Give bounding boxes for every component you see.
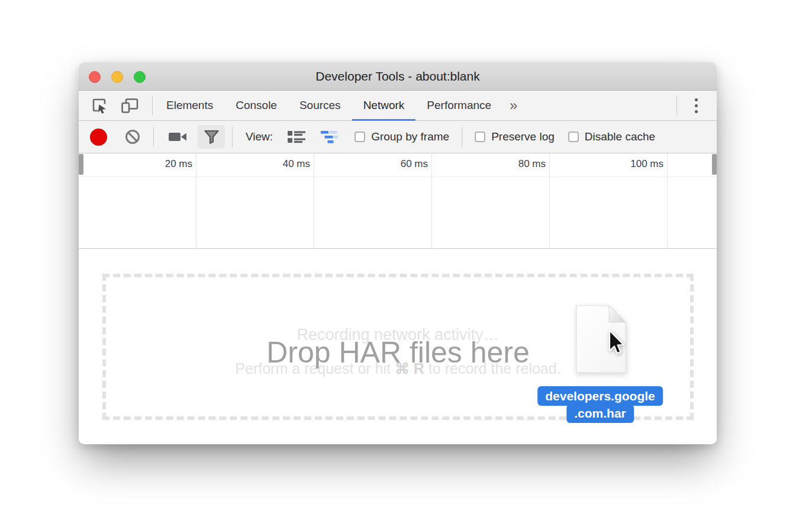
filter-funnel-icon: [204, 130, 220, 145]
disable-cache-label: Disable cache: [585, 130, 655, 143]
preserve-log-checkbox[interactable]: [475, 132, 485, 142]
inspect-element-icon[interactable]: [92, 98, 108, 114]
tab-console[interactable]: Console: [224, 91, 288, 120]
minimize-window-button[interactable]: [111, 71, 123, 83]
filter-button[interactable]: [198, 125, 225, 149]
timeline-tick-40ms: 40 ms: [263, 158, 310, 170]
tab-performance[interactable]: Performance: [415, 91, 502, 120]
tab-elements[interactable]: Elements: [155, 91, 224, 120]
devtools-tab-bar: Elements Console Sources Network Perform…: [79, 91, 717, 121]
disable-cache-option: Disable cache: [568, 130, 655, 143]
record-icon[interactable]: [90, 129, 107, 146]
preserve-log-label: Preserve log: [491, 130, 555, 143]
left-scrollbar-thumb[interactable]: [79, 154, 83, 175]
dragged-file-label: developers.google .com.har: [537, 386, 663, 423]
active-tab-underline: [352, 119, 416, 121]
timeline-gridline: [196, 153, 196, 248]
tab-sources[interactable]: Sources: [288, 91, 352, 120]
right-scrollbar-thumb[interactable]: [712, 154, 717, 175]
panel-tabs: Elements Console Sources Network Perform…: [155, 91, 524, 120]
titlebar: Developer Tools - about:blank: [79, 62, 717, 91]
tabbar-right-divider: [676, 96, 677, 115]
toolbar-divider-1: [153, 127, 154, 147]
devtools-window: Developer Tools - about:blank Elements C…: [79, 62, 717, 444]
timeline-gridline: [667, 153, 668, 248]
large-request-rows-icon[interactable]: [288, 131, 305, 143]
preserve-log-option: Preserve log: [475, 130, 555, 143]
device-toolbar-icon[interactable]: [121, 98, 139, 114]
zoom-window-button[interactable]: [134, 71, 146, 83]
window-title: Developer Tools - about:blank: [315, 69, 479, 84]
network-toolbar: View: Group by frame: [79, 121, 717, 153]
timeline-tick-60ms: 60 ms: [381, 158, 428, 170]
group-by-frame-label: Group by frame: [371, 130, 449, 143]
timeline-tick-80ms: 80 ms: [498, 158, 546, 170]
toolbar-divider-2: [232, 127, 233, 147]
more-tabs-chevron-icon[interactable]: »: [502, 91, 524, 120]
mouse-cursor-icon: [607, 329, 626, 360]
view-label: View:: [246, 130, 273, 143]
traffic-lights: [89, 71, 146, 83]
timeline-tick-20ms: 20 ms: [145, 158, 192, 170]
tab-network[interactable]: Network: [352, 91, 416, 120]
har-dropzone[interactable]: Recording network activity… Drop HAR fil…: [102, 274, 694, 420]
disable-cache-checkbox[interactable]: [568, 132, 579, 142]
network-requests-area: 20 ms 40 ms 60 ms 80 ms 100 ms: [79, 153, 717, 249]
network-lower-pane: Recording network activity… Drop HAR fil…: [79, 249, 717, 444]
screenshot-camera-icon[interactable]: [168, 130, 187, 143]
timeline-gridline: [314, 153, 314, 248]
group-by-frame-checkbox[interactable]: [355, 132, 365, 142]
timeline-gridline: [549, 153, 550, 248]
tabbar-divider: [152, 96, 153, 115]
dragged-file-label-line1: developers.google: [537, 386, 663, 406]
group-by-frame-option: Group by frame: [355, 130, 449, 143]
timeline-tick-100ms: 100 ms: [616, 158, 663, 170]
toolbar-divider-3: [462, 127, 462, 147]
overview-waterfall-icon[interactable]: [321, 131, 340, 143]
close-window-button[interactable]: [89, 71, 101, 83]
timeline-gridline: [431, 153, 432, 248]
timeline-header-separator: [79, 177, 717, 177]
kebab-menu-icon[interactable]: [691, 96, 701, 116]
clear-icon[interactable]: [124, 129, 141, 145]
dragged-file-label-line2: .com.har: [566, 405, 634, 423]
